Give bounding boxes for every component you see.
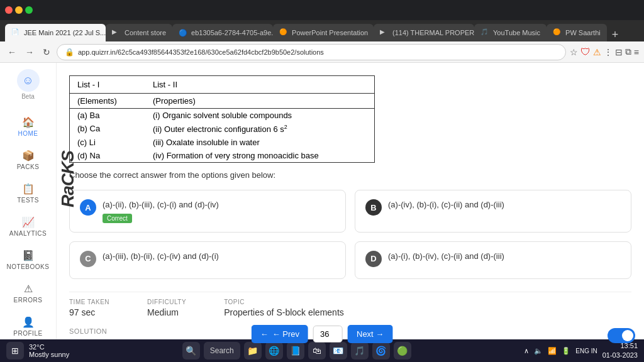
tab-label: (114) THERMAL PROPERT... xyxy=(392,29,474,36)
table-row: (b) Ca (ii) Outer electronic configurati… xyxy=(70,122,374,136)
option-b-card[interactable]: B (a)-(iv), (b)-(i), (c)-(ii) and (d)-(i… xyxy=(355,190,631,232)
tab-jee-main[interactable]: 📄 JEE Main 2021 (22 Jul S... ✕ xyxy=(5,24,106,41)
logo-icon: ☺ xyxy=(17,69,40,92)
split-icon[interactable]: ⊟ xyxy=(615,47,623,57)
option-d-card[interactable]: D (a)-(i), (b)-(iv), (c)-(ii) and (d)-(i… xyxy=(355,241,631,279)
forward-button[interactable]: → xyxy=(23,46,36,58)
question-table: List - I List - II (Elements) (Propertie… xyxy=(69,75,375,163)
taskbar-search-label[interactable]: Search xyxy=(204,342,240,359)
toggle-knob xyxy=(622,330,633,341)
sidebar-item-errors[interactable]: ⚠ ERRORS xyxy=(3,278,53,309)
address-bar: ← → ↻ 🔒 app.quizrr.in/62c5ca493f85644353… xyxy=(0,41,644,63)
sidebar-item-home[interactable]: 🏠 HOME xyxy=(3,111,53,142)
prev-button[interactable]: ← ← Prev xyxy=(252,325,308,343)
tab-label: PW Saarthi xyxy=(565,29,601,36)
taskbar-file-explorer[interactable]: 📁 xyxy=(244,342,262,359)
sidebar-logo: ☺ Beta xyxy=(17,69,40,100)
tab-pw-saarthi[interactable]: 🟠 PW Saarthi xyxy=(547,24,607,41)
tab-youtube-music[interactable]: 🎵 YouTube Music xyxy=(474,24,547,41)
tab-content-store[interactable]: ▶ Content store xyxy=(106,24,172,41)
row2-col2: (ii) Outer electronic configuration 6 s2 xyxy=(153,124,367,134)
option-a-card[interactable]: A (a)-(ii), (b)-(iii), (c)-(i) and (d)-(… xyxy=(69,190,346,232)
window-controls[interactable] xyxy=(5,6,33,14)
option-b-text: (a)-(iv), (b)-(i), (c)-(ii) and (d)-(iii… xyxy=(388,199,621,211)
bookmark-icon[interactable]: ☆ xyxy=(570,47,578,57)
list1-header: List - I xyxy=(77,80,153,89)
taskbar-spotify[interactable]: 🎵 xyxy=(351,342,369,359)
date: 01-03-2023 xyxy=(602,351,638,360)
tab-favicon: ▶ xyxy=(380,28,389,37)
sidebar-item-profile[interactable]: 👤 PROFILE xyxy=(3,311,53,339)
packs-icon: 📦 xyxy=(22,150,35,162)
back-button[interactable]: ← xyxy=(5,46,19,58)
tab-label: YouTube Music xyxy=(493,29,540,36)
browser-chrome xyxy=(0,0,644,20)
prev-arrow-icon: ← xyxy=(260,329,269,339)
errors-label: ERRORS xyxy=(14,297,43,304)
topic: TOPIC Properties of S-block elements xyxy=(224,299,344,317)
option-d-content: (a)-(i), (b)-(iv), (c)-(ii) and (d)-(iii… xyxy=(388,251,621,262)
maximize-window-btn[interactable] xyxy=(25,6,33,14)
table-row: (c) Li (iii) Oxalate insoluble in water xyxy=(70,136,374,149)
tab-favicon: 🟠 xyxy=(279,28,288,37)
clock: 13:51 01-03-2023 xyxy=(602,341,638,361)
taskbar-mail[interactable]: 📧 xyxy=(330,342,347,359)
sidebar: ☺ Beta 🏠 HOME 📦 PACKS 📋 TESTS 📈 ANALYTIC… xyxy=(0,63,57,339)
sidebar-item-notebooks[interactable]: 📓 NOTEBOOKS xyxy=(3,244,53,275)
sidebar-item-tests[interactable]: 📋 TESTS xyxy=(3,178,53,209)
new-tab-button[interactable]: + xyxy=(607,28,624,41)
speaker-icon[interactable]: 🔈 xyxy=(534,347,543,355)
instruction-text: Choose the correct answer from the optio… xyxy=(69,170,631,180)
weather-desc: Mostly sunny xyxy=(29,351,69,358)
tests-label: TESTS xyxy=(17,197,39,204)
option-c-text: (a)-(iii), (b)-(ii), (c)-(iv) and (d)-(i… xyxy=(103,251,335,262)
url-input-box[interactable]: 🔒 app.quizrr.in/62c5ca493f85644353f2e168… xyxy=(57,44,566,60)
tab-powerpoint[interactable]: 🟠 PowerPoint Presentation xyxy=(273,24,374,41)
option-c-card[interactable]: C (a)-(iii), (b)-(ii), (c)-(iv) and (d)-… xyxy=(69,241,346,279)
sidebar-item-analytics[interactable]: 📈 ANALYTICS xyxy=(3,211,53,242)
taskbar-browser[interactable]: 🌐 xyxy=(265,342,283,359)
refresh-button[interactable]: ↻ xyxy=(40,46,53,58)
chevron-up-icon[interactable]: ∧ xyxy=(524,347,529,355)
taskbar-search[interactable]: 🔍 xyxy=(182,342,200,359)
row3-col1: (c) Li xyxy=(77,138,153,147)
row2-col1: (b) Ca xyxy=(77,124,153,134)
time-value: 97 sec xyxy=(69,307,109,317)
browser-actions: ☆ 🛡 ⚠ ⋮ ⊟ ⧉ ≡ xyxy=(570,47,639,58)
racks-watermark: RaCKS xyxy=(58,151,78,207)
sidebar-item-packs[interactable]: 📦 PACKS xyxy=(3,145,53,175)
taskbar-chrome[interactable]: 🌀 xyxy=(372,342,390,359)
content-area: RaCKS List - I List - II (Elements) (Pro… xyxy=(57,63,644,339)
option-c-label: C xyxy=(80,251,96,267)
tab-eb1305[interactable]: 🔵 eb1305a6-2784-4705-a9e... xyxy=(172,24,273,41)
taskbar-edge[interactable]: 📘 xyxy=(287,342,304,359)
nav-bar-bottom: ← ← Prev 36 Next → xyxy=(252,325,393,343)
more-options-icon[interactable]: ≡ xyxy=(634,47,639,57)
start-button[interactable]: ⊞ xyxy=(6,342,24,359)
next-button[interactable]: Next → xyxy=(348,325,392,343)
table-row: (d) Na (iv) Formation of very strong mon… xyxy=(70,149,374,162)
tab-thermal[interactable]: ▶ (114) THERMAL PROPERT... xyxy=(374,24,474,41)
taskbar-store[interactable]: 🛍 xyxy=(308,342,326,359)
list2-header: List - II xyxy=(153,80,354,89)
table-row: (a) Ba (i) Organic solvent soluble compo… xyxy=(70,109,374,122)
tab-bar: 📄 JEE Main 2021 (22 Jul S... ✕ ▶ Content… xyxy=(0,20,644,41)
tests-icon: 📋 xyxy=(22,183,35,195)
window-icon[interactable]: ⧉ xyxy=(625,47,631,57)
options-grid: A (a)-(ii), (b)-(iii), (c)-(i) and (d)-(… xyxy=(69,190,631,278)
toggle-switch[interactable] xyxy=(608,328,635,343)
close-window-btn[interactable] xyxy=(5,6,13,14)
tab-favicon: 📄 xyxy=(11,28,20,37)
row3-col2: (iii) Oxalate insoluble in water xyxy=(153,138,367,147)
taskbar-app[interactable]: 🟢 xyxy=(394,342,411,359)
tab-label: PowerPoint Presentation xyxy=(292,29,368,36)
wifi-icon[interactable]: 📶 xyxy=(548,347,557,355)
option-a-text: (a)-(ii), (b)-(iii), (c)-(i) and (d)-(iv… xyxy=(103,199,335,211)
page-select[interactable]: 36 xyxy=(313,326,343,343)
prev-label: ← Prev xyxy=(272,329,299,339)
menu-icon[interactable]: ⋮ xyxy=(604,47,613,57)
battery-icon[interactable]: 🔋 xyxy=(562,347,570,355)
table-subheader: (Elements) (Properties) xyxy=(70,94,374,109)
tab-favicon: 🔵 xyxy=(179,29,187,37)
minimize-window-btn[interactable] xyxy=(15,6,23,14)
